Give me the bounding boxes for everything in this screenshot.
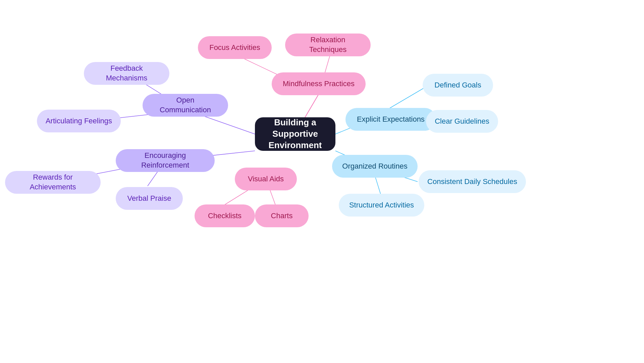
visual-aids-label: Visual Aids: [248, 174, 284, 184]
relaxation-label: Relaxation Techniques: [293, 35, 363, 54]
structured-act-label: Structured Activities: [349, 200, 414, 210]
clear-guidelines-label: Clear Guidelines: [435, 117, 489, 126]
explicit-exp-label: Explicit Expectations: [357, 115, 425, 124]
open-comm-label: Open Communication: [151, 96, 220, 115]
encouraging-node: Encouraging Reinforcement: [116, 149, 215, 172]
center-node: Building a Supportive Environment: [255, 117, 335, 151]
rewards-label: Rewards for Achievements: [13, 173, 93, 192]
articulating-node: Articulating Feelings: [37, 110, 121, 132]
defined-goals-label: Defined Goals: [434, 80, 481, 90]
center-label: Building a Supportive Environment: [263, 117, 327, 151]
structured-act-node: Structured Activities: [339, 194, 424, 217]
defined-goals-node: Defined Goals: [423, 74, 493, 97]
verbal-praise-label: Verbal Praise: [127, 194, 171, 203]
mindfulness-node: Mindfulness Practices: [272, 72, 366, 95]
articulating-label: Articulating Feelings: [46, 116, 112, 126]
charts-node: Charts: [255, 204, 309, 227]
rewards-node: Rewards for Achievements: [5, 171, 101, 194]
consistent-sched-label: Consistent Daily Schedules: [427, 177, 517, 187]
checklists-node: Checklists: [195, 204, 255, 227]
feedback-node: Feedback Mechanisms: [84, 62, 169, 85]
feedback-label: Feedback Mechanisms: [92, 64, 161, 83]
charts-label: Charts: [271, 211, 293, 221]
organized-routines-node: Organized Routines: [332, 155, 418, 178]
focus-label: Focus Activities: [209, 43, 260, 53]
visual-aids-node: Visual Aids: [235, 168, 297, 190]
focus-node: Focus Activities: [198, 36, 272, 59]
mindfulness-label: Mindfulness Practices: [283, 79, 355, 89]
open-comm-node: Open Communication: [143, 94, 228, 117]
organized-routines-label: Organized Routines: [342, 162, 407, 171]
clear-guidelines-node: Clear Guidelines: [426, 110, 498, 133]
explicit-exp-node: Explicit Expectations: [345, 108, 436, 131]
checklists-label: Checklists: [208, 211, 241, 221]
encouraging-label: Encouraging Reinforcement: [124, 151, 207, 170]
consistent-sched-node: Consistent Daily Schedules: [419, 170, 526, 193]
relaxation-node: Relaxation Techniques: [285, 34, 371, 56]
verbal-praise-node: Verbal Praise: [116, 187, 183, 210]
